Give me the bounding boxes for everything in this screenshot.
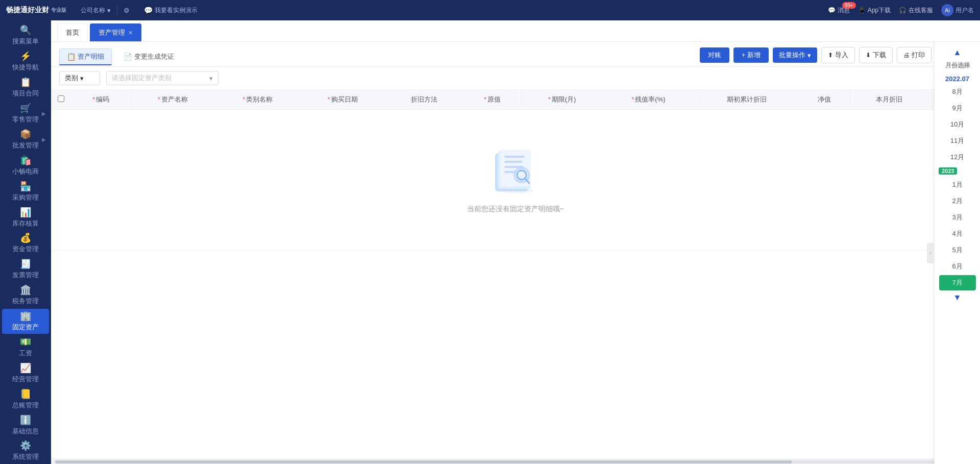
sidebar-item-purchase[interactable]: 🏪 采购管理 <box>2 179 49 204</box>
demo-link[interactable]: 💬 我要看实例演示 <box>144 6 198 15</box>
batch-button[interactable]: 批量操作 ▾ <box>773 47 817 63</box>
sidebar-item-invoice[interactable]: 🧾 发票管理 <box>2 257 49 282</box>
tab-home-label: 首页 <box>66 28 79 37</box>
sidebar-item-label: 发票管理 <box>12 271 39 280</box>
add-label: + 新增 <box>742 51 761 60</box>
inner-content: 📋 资产明细 📄 变更生成凭证 对账 + 新增 <box>51 42 980 464</box>
print-button[interactable]: 🖨 打印 <box>897 47 932 63</box>
select-all-checkbox[interactable] <box>58 95 64 102</box>
month-4[interactable]: 4月 <box>939 226 976 241</box>
user-menu[interactable]: Ai 用户名 <box>941 4 974 16</box>
col-net-value: 净值 <box>799 90 850 110</box>
dropdown-icon: ▾ <box>209 75 213 82</box>
month-5[interactable]: 5月 <box>939 242 976 258</box>
asset-panel: 📋 资产明细 📄 变更生成凭证 对账 + 新增 <box>51 42 980 464</box>
system-icon: ⚙️ <box>20 440 31 451</box>
import-button[interactable]: ⬆ 导入 <box>821 47 855 63</box>
sidebar-item-label: 采购管理 <box>12 193 39 202</box>
scroll-track <box>55 460 976 463</box>
sidebar-item-salary[interactable]: 💵 工资 <box>2 335 49 360</box>
bottom-scrollbar[interactable] <box>51 459 980 464</box>
sidebar-item-basicinfo[interactable]: ℹ️ 基础信息 <box>2 412 49 437</box>
tab-close-icon[interactable]: ✕ <box>128 30 133 36</box>
search-icon: 🔍 <box>20 25 31 36</box>
sidebar-item-project[interactable]: 📋 项目合同 <box>2 75 49 100</box>
panel-collapse-button[interactable]: › <box>927 243 934 263</box>
app-download-button[interactable]: 📱 App下载 <box>858 6 891 15</box>
project-icon: 📋 <box>20 77 31 88</box>
sidebar-item-finance[interactable]: 💰 资金管理 <box>2 231 49 256</box>
month-7-current[interactable]: 7月 <box>939 275 976 290</box>
reconcile-button[interactable]: 对账 <box>700 47 729 63</box>
month-3[interactable]: 3月 <box>939 210 976 225</box>
brand-name: 畅捷通好业财 <box>6 6 49 15</box>
col-accumulated-depreciation: 期初累计折旧 <box>695 90 799 110</box>
month-12[interactable]: 12月 <box>939 150 976 165</box>
sub-tab-bar: 📋 资产明细 📄 变更生成凭证 对账 + 新增 <box>51 42 980 67</box>
chevron-right-icon: ▶ <box>42 136 46 142</box>
month-10[interactable]: 10月 <box>939 117 976 132</box>
operations-icon: 📈 <box>20 362 31 374</box>
month-11[interactable]: 11月 <box>939 133 976 149</box>
col-name: *资产名称 <box>130 90 215 110</box>
month-nav-up[interactable]: ▲ <box>953 46 962 59</box>
chevron-right-icon: ▶ <box>42 111 46 116</box>
asset-detail-icon: 📋 <box>67 53 76 61</box>
online-service-button[interactable]: 🎧 在线客服 <box>899 6 933 15</box>
avatar: Ai <box>941 4 953 16</box>
add-button[interactable]: + 新增 <box>733 47 769 63</box>
month-2[interactable]: 2月 <box>939 193 976 209</box>
subtab-change-voucher-label: 变更生成凭证 <box>134 52 174 61</box>
sidebar-item-ledger[interactable]: 📒 总账管理 <box>2 386 49 411</box>
col-purchase-date: *购买日期 <box>300 90 385 110</box>
category-type-select[interactable]: 类别 ▾ <box>59 71 100 85</box>
subtab-asset-detail[interactable]: 📋 资产明细 <box>59 48 112 65</box>
edition-label: 专业版 <box>51 7 66 14</box>
download-button[interactable]: ⬇ 下载 <box>859 47 893 63</box>
tab-asset-mgmt-label: 资产管理 <box>99 28 125 37</box>
user-label: 用户名 <box>955 6 974 15</box>
sidebar-item-quicknav[interactable]: ⚡ 快捷导航 <box>2 49 49 74</box>
tab-asset-mgmt[interactable]: 资产管理 ✕ <box>90 23 141 41</box>
empty-state-cell: 当前您还没有固定资产明细哦~ <box>51 110 980 250</box>
sidebar-item-inventory[interactable]: 📊 库存核算 <box>2 205 49 230</box>
toolbar-right: 对账 + 新增 批量操作 ▾ ⬆ 导入 <box>700 47 972 66</box>
online-service-label: 在线客服 <box>909 6 933 15</box>
sidebar-item-search[interactable]: 🔍 搜索菜单 <box>2 23 49 48</box>
sidebar-item-tax[interactable]: 🏛️ 税务管理 <box>2 283 49 308</box>
sidebar-item-label: 经营管理 <box>12 375 39 384</box>
month-8[interactable]: 8月 <box>939 84 976 100</box>
tab-home[interactable]: 首页 <box>57 23 88 41</box>
month-6[interactable]: 6月 <box>939 259 976 274</box>
sidebar-item-wholesale[interactable]: 📦 批发管理 ▶ <box>2 127 49 152</box>
fixedassets-icon: 🏢 <box>20 310 31 322</box>
company-selector[interactable]: 公司名称 ▾ <box>81 6 111 15</box>
sidebar: 🔍 搜索菜单 ⚡ 快捷导航 📋 项目合同 🛒 零售管理 ▶ 📦 批发管理 ▶ 🛍… <box>0 20 51 464</box>
month-picker-header: 月份选择 <box>941 59 974 72</box>
quicknav-icon: ⚡ <box>20 51 31 62</box>
sidebar-item-system[interactable]: ⚙️ 系统管理 <box>2 438 49 463</box>
month-picker: ▲ 月份选择 2022.07 8月 9月 10月 11月 12月 2023 1月… <box>934 42 980 464</box>
top-bar-left: 畅捷通好业财 专业版 公司名称 ▾ ⚙ 💬 我要看实例演示 <box>6 5 828 15</box>
month-1[interactable]: 1月 <box>939 177 976 192</box>
sidebar-item-retail[interactable]: 🛒 零售管理 ▶ <box>2 101 49 126</box>
sidebar-item-operations[interactable]: 📈 经营管理 <box>2 360 49 385</box>
sidebar-item-ecommerce[interactable]: 🛍️ 小畅电商 <box>2 153 49 178</box>
settings-icon[interactable]: ⚙ <box>124 7 130 14</box>
messages-button[interactable]: 💬 消息 99+ <box>828 6 850 15</box>
ecommerce-icon: 🛍️ <box>20 155 31 166</box>
month-9[interactable]: 9月 <box>939 101 976 116</box>
wholesale-icon: 📦 <box>20 129 31 140</box>
year-2023-badge: 2023 <box>939 167 957 175</box>
sidebar-item-label: 零售管理 <box>12 115 39 124</box>
empty-text: 当前您还没有固定资产明细哦~ <box>467 205 564 214</box>
category-input[interactable]: 请选择固定资产类别 ▾ <box>106 71 218 85</box>
sidebar-item-label: 系统管理 <box>12 452 39 461</box>
col-residual-rate: *残值率(%) <box>602 90 695 110</box>
print-icon: 🖨 <box>903 52 910 59</box>
sidebar-item-fixedassets[interactable]: 🏢 固定资产 <box>2 309 49 334</box>
sidebar-item-label: 搜索菜单 <box>12 37 39 46</box>
month-nav-down[interactable]: ▼ <box>953 291 962 304</box>
subtab-change-voucher[interactable]: 📄 变更生成凭证 <box>116 48 182 65</box>
empty-state: 当前您还没有固定资产明细哦~ <box>57 115 974 245</box>
